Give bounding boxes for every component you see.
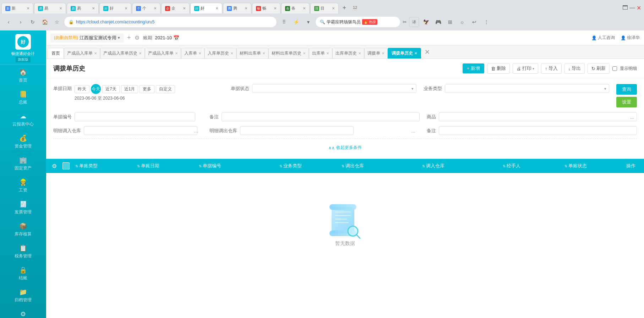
brightness-icon[interactable]: ☼ [457,17,467,27]
new-tab-button[interactable]: + [339,3,349,13]
query-button[interactable]: 查询 [616,84,637,95]
export-button[interactable]: ↓ 导出 [564,63,585,74]
page-tab-11-active[interactable]: 调拨单历史 ✕ [388,48,421,58]
collapse-button[interactable]: ∧∧ 收起更多条件 [326,143,364,153]
page-tab-10[interactable]: 调拨单 ✕ [364,48,388,58]
page-tab-3[interactable]: 产成品入库单 ✕ [145,48,181,58]
col-handler[interactable]: ⇅ 经手人 [500,163,562,169]
browser-tab-2[interactable]: 易 易 ✕ [34,3,66,13]
remark-input[interactable] [222,112,420,121]
tab-close-6[interactable]: ✕ [183,6,186,10]
goods-input[interactable] [439,112,637,121]
sidebar-item-tax[interactable]: 📋 税务管理 [0,241,46,263]
detail-in-input[interactable] [84,126,197,135]
goods-ellipsis-btn[interactable]: ... [628,114,635,120]
tab-1-close[interactable]: ✕ [94,51,97,55]
browser-tab-3[interactable]: 易 易 ✕ [67,3,99,13]
col-in-warehouse[interactable]: ⇅ 调入仓库 [419,163,500,169]
page-tab-2[interactable]: 产成品入库单历史 ✕ [100,48,145,58]
browser-tab-1[interactable]: 新 新 ✕ [1,3,33,13]
tab-6-close[interactable]: ✕ [262,51,265,55]
detail-out-input[interactable] [240,126,354,135]
page-tab-9[interactable]: 出库单历史 ✕ [332,48,364,58]
browser-tab-10[interactable]: 各 各 ✕ [281,3,310,13]
tab-4-close[interactable]: ✕ [198,51,201,55]
tab-close-4[interactable]: ✕ [125,6,127,10]
browser-tab-8[interactable]: 腾 腾 ✕ [223,3,251,13]
date-more-btn[interactable]: 更多 [140,85,154,93]
print-button[interactable]: 🖨 打印 ▾ [513,63,538,74]
import-button[interactable]: ↑ 导入 [541,63,562,74]
lightning-button[interactable]: ⚡ [291,17,301,27]
tab-close-9[interactable]: ✕ [274,6,277,10]
tab-close-5[interactable]: ✕ [154,6,157,10]
dropdown-button[interactable]: ▾ [303,17,313,27]
undo-icon[interactable]: ↩ [469,17,479,27]
tab-close-1[interactable]: ✕ [27,6,29,10]
page-tab-1[interactable]: 产成品入库单 ✕ [64,48,100,58]
calendar-icon[interactable]: 📅 [173,35,179,41]
new-button[interactable]: + 新增 [463,63,484,73]
tab-3-close[interactable]: ✕ [175,51,178,55]
refresh-browser-button[interactable]: ↻ [28,17,38,27]
browser-tab-5[interactable]: 个 个 ✕ [132,3,160,13]
detail-in-ellipsis[interactable]: ... [192,128,200,134]
date-7days-btn[interactable]: 近7天 [102,85,120,93]
star-button[interactable]: ☆ [52,17,62,27]
table-checkbox-all[interactable] [62,162,70,169]
setting-button[interactable]: 设置 [616,97,637,107]
sidebar-item-home[interactable]: 🏠 首页 [0,65,46,87]
add-company-button[interactable]: + [127,34,131,41]
tab-close-8[interactable]: ✕ [245,6,247,10]
extension-icon-1[interactable]: 🦅 [421,17,431,27]
date-custom-btn[interactable]: 自定义 [156,85,175,93]
col-date[interactable]: ⇅ 单账日期 [134,163,196,169]
layout-icon[interactable]: ⊞ [445,17,455,27]
tab-7-close[interactable]: ✕ [303,51,306,55]
address-bar[interactable]: 🔒 https://cloud.chanjet.com/accounting/u… [64,16,277,28]
col-type[interactable]: ⇅ 单账类型 [72,163,134,169]
page-tab-4[interactable]: 入库单 ✕ [181,48,204,58]
translate-icon[interactable]: 译 [409,17,419,27]
page-tab-5[interactable]: 入库单历史 ✕ [204,48,236,58]
sidebar-item-settings[interactable]: ⚙ 基础设置 [0,307,46,318]
col-biz-type[interactable]: ⇅ 业务类型 [277,163,338,169]
page-tab-home[interactable]: 首页 [48,48,64,58]
tab-close-10[interactable]: ✕ [303,6,306,10]
browser-tab-4[interactable]: 好 好 ✕ [99,3,131,13]
refresh-button[interactable]: ↻ 刷新 [588,63,610,74]
close-all-tabs-button[interactable]: ✕ [422,48,432,56]
page-tab-6[interactable]: 材料出库单 ✕ [236,48,268,58]
doc-number-input[interactable] [75,112,195,121]
menu-icon[interactable]: ⋮ [481,17,491,27]
tab-close-2[interactable]: ✕ [59,6,62,10]
tab-close-11[interactable]: ✕ [332,6,335,10]
col-number[interactable]: ⇅ 单据编号 [196,163,277,169]
sidebar-item-assets[interactable]: 🏢 固定资产 [0,153,46,175]
tab-2-close[interactable]: ✕ [139,51,142,55]
date-yesterday-btn[interactable]: 昨天 [75,85,89,93]
tab-8-close[interactable]: ✕ [326,51,329,55]
sidebar-item-closing[interactable]: 🔒 结账 [0,263,46,285]
tab-close-7[interactable]: ✕ [215,6,218,10]
sidebar-item-salary[interactable]: 👷 工资 [0,175,46,197]
tab-close-3[interactable]: ✕ [92,6,95,10]
home-browser-button[interactable]: 🏠 [40,17,50,27]
sidebar-item-ledger[interactable]: 📒 总账 [0,87,46,109]
display-toggle[interactable]: 显示明细 [612,66,637,72]
detail-out-ellipsis[interactable]: ... [410,128,417,134]
sidebar-item-capital[interactable]: 💰 资金管理 [0,131,46,153]
sidebar-item-inventory[interactable]: 📦 库存核算 [0,219,46,241]
forward-button[interactable]: › [16,17,26,27]
period-selector[interactable]: 账期 2021-10 📅 [143,35,180,41]
status-select[interactable] [252,84,416,93]
browser-tab-9[interactable]: 畅 畅 ✕ [252,3,280,13]
browser-search-bar[interactable]: 🔍 学霸应聘场驱鸟员 🔥 热搜 [315,16,400,28]
page-tab-7[interactable]: 材料出库单历史 ✕ [268,48,309,58]
col-out-warehouse[interactable]: ⇅ 调出仓库 [339,163,419,169]
sidebar-item-invoice[interactable]: 🧾 发票管理 [0,197,46,219]
page-tab-8[interactable]: 出库单 ✕ [309,48,332,58]
service-button[interactable]: 👤 人工咨询 [591,35,615,41]
tab-5-close[interactable]: ✕ [230,51,233,55]
delete-button[interactable]: 🗑 删除 [487,63,510,74]
